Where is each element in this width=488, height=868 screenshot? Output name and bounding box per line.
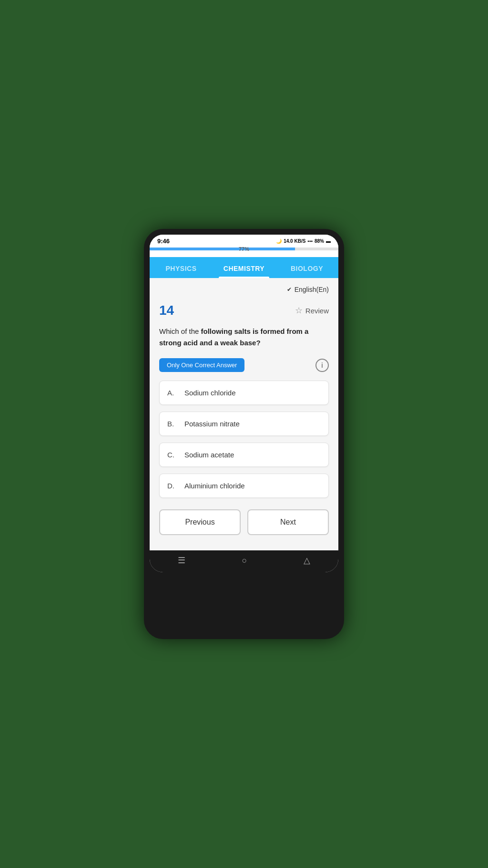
option-c[interactable]: C. Sodium acetate bbox=[159, 443, 329, 467]
options-list: A. Sodium chloride B. Potassium nitrate … bbox=[159, 381, 329, 498]
next-button[interactable]: Next bbox=[247, 509, 329, 535]
info-icon[interactable]: i bbox=[315, 359, 329, 372]
option-b-letter: B. bbox=[167, 420, 177, 428]
phone-frame: 9:46 🌙 14.0 KB/S ▪▪▪ 88% ▬ 77% PHYSICS C… bbox=[144, 229, 344, 639]
status-icons: 🌙 14.0 KB/S ▪▪▪ 88% ▬ bbox=[276, 238, 331, 244]
option-b-text: Potassium nitrate bbox=[184, 420, 240, 428]
home-icon[interactable]: ○ bbox=[242, 556, 247, 566]
star-icon: ☆ bbox=[295, 305, 303, 316]
tab-bar: PHYSICS CHEMISTRY BIOLOGY bbox=[150, 257, 338, 278]
back-icon[interactable]: △ bbox=[304, 555, 310, 566]
phone-screen: 9:46 🌙 14.0 KB/S ▪▪▪ 88% ▬ 77% PHYSICS C… bbox=[150, 235, 338, 572]
battery-icon: ▬ bbox=[326, 238, 331, 244]
moon-icon: 🌙 bbox=[276, 238, 282, 244]
menu-icon[interactable]: ☰ bbox=[178, 555, 185, 566]
progress-bar-container: 77% bbox=[150, 248, 338, 250]
option-d-text: Aluminium chloride bbox=[184, 482, 245, 490]
question-header: 14 ☆ Review bbox=[159, 303, 329, 318]
battery-level: 88% bbox=[315, 238, 324, 244]
chevron-icon: ✔ bbox=[287, 286, 292, 293]
language-label: English(En) bbox=[295, 286, 329, 293]
option-c-text: Sodium acetate bbox=[184, 451, 234, 459]
nav-buttons: Previous Next bbox=[159, 509, 329, 535]
progress-label: 77% bbox=[239, 246, 249, 252]
signal-icon: ▪▪▪ bbox=[307, 238, 313, 244]
progress-section: 77% bbox=[150, 248, 338, 257]
language-selector[interactable]: ✔ English(En) bbox=[159, 286, 329, 293]
option-a[interactable]: A. Sodium chloride bbox=[159, 381, 329, 405]
review-button[interactable]: ☆ Review bbox=[295, 305, 329, 316]
bottom-nav: ☰ ○ △ bbox=[150, 550, 338, 572]
status-time: 9:46 bbox=[157, 238, 170, 245]
answer-type-badge: Only One Correct Answer bbox=[159, 358, 244, 372]
review-label: Review bbox=[305, 307, 329, 315]
tab-chemistry[interactable]: CHEMISTRY bbox=[213, 257, 275, 278]
network-speed: 14.0 KB/S bbox=[284, 238, 305, 244]
option-a-letter: A. bbox=[167, 389, 177, 397]
question-bold-text: following salts is formed from a strong … bbox=[159, 327, 308, 347]
content-area: ✔ English(En) 14 ☆ Review Which of the f… bbox=[150, 278, 338, 550]
previous-button[interactable]: Previous bbox=[159, 509, 241, 535]
option-b[interactable]: B. Potassium nitrate bbox=[159, 412, 329, 436]
option-d[interactable]: D. Aluminium chloride bbox=[159, 474, 329, 498]
tab-physics[interactable]: PHYSICS bbox=[150, 257, 213, 278]
progress-bar-fill bbox=[150, 248, 295, 250]
option-c-letter: C. bbox=[167, 451, 177, 459]
question-text: Which of the following salts is formed f… bbox=[159, 326, 329, 349]
tab-biology[interactable]: BIOLOGY bbox=[275, 257, 338, 278]
option-d-letter: D. bbox=[167, 482, 177, 490]
status-bar: 9:46 🌙 14.0 KB/S ▪▪▪ 88% ▬ bbox=[150, 235, 338, 248]
question-number: 14 bbox=[159, 303, 174, 318]
answer-type-row: Only One Correct Answer i bbox=[159, 358, 329, 372]
option-a-text: Sodium chloride bbox=[184, 389, 236, 397]
